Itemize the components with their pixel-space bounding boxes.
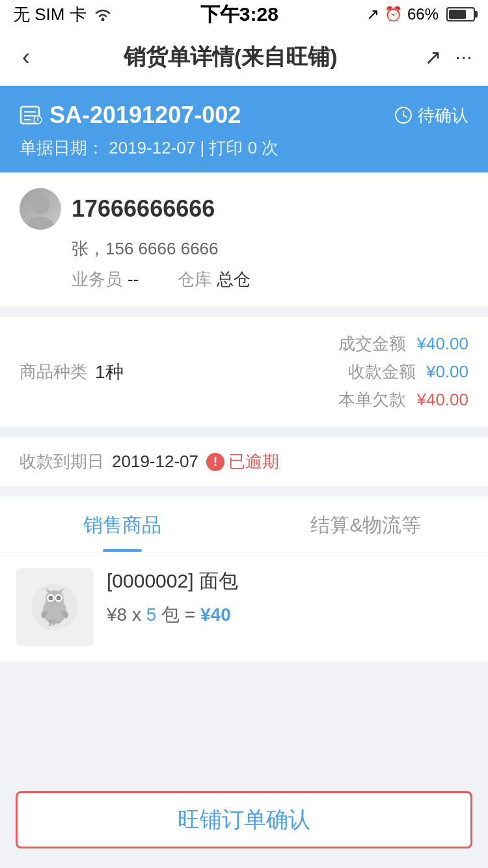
status-time: 下午3:28 [200, 1, 278, 28]
order-status: 待确认 [394, 104, 468, 127]
tabs-row: 销售商品 结算&物流等 [0, 496, 488, 552]
overdue-text: 已逾期 [228, 450, 279, 473]
deal-amount: 成交金额 ¥40.00 [338, 332, 468, 355]
battery-percentage: 66% [407, 5, 439, 23]
customer-phone[interactable]: 17666666666 [72, 195, 215, 223]
product-item: 鲜+ [0000002] 面包 ¥8 x 5 包 = ¥40 [16, 568, 472, 646]
customer-section: 17666666666 张，156 6666 6666 业务员 -- 仓库 总仓 [0, 172, 488, 306]
battery-icon [446, 7, 475, 21]
svg-point-11 [31, 196, 49, 214]
page-title: 销货单详情(来自旺铺) [36, 42, 424, 72]
status-text: 待确认 [418, 104, 468, 127]
product-section: 鲜+ [0000002] 面包 ¥8 x 5 包 = ¥40 [0, 552, 488, 662]
carrier-text: 无 SIM 卡 [13, 3, 87, 26]
svg-point-19 [57, 596, 61, 601]
confirm-order-button[interactable]: 旺铺订单确认 [16, 791, 472, 848]
due-amount: 本单欠款 ¥40.00 [338, 388, 468, 411]
tab-settlement[interactable]: 结算&物流等 [244, 496, 488, 552]
sales-person: 业务员 -- [72, 268, 139, 291]
due-date-section: 收款到期日 2019-12-07 ! 已逾期 [0, 437, 488, 486]
product-info: [0000002] 面包 ¥8 x 5 包 = ¥40 [107, 568, 472, 627]
alarm-icon: ⏰ [385, 6, 402, 23]
back-button[interactable]: ‹ [16, 37, 36, 77]
customer-name: 张，156 6666 6666 [20, 237, 468, 260]
amount-details: 成交金额 ¥40.00 收款金额 ¥0.00 本单欠款 ¥40.00 [338, 332, 468, 411]
order-icon [20, 105, 43, 125]
order-header: SA-20191207-002 待确认 单据日期： 2019-12-07 | 打… [0, 86, 488, 172]
product-thumbnail: 鲜+ [16, 568, 94, 646]
content-area: 鲜+ [0000002] 面包 ¥8 x 5 包 = ¥40 [0, 552, 488, 766]
svg-line-10 [403, 115, 407, 117]
more-button[interactable]: ··· [455, 45, 472, 69]
product-type: 商品种类 1种 [20, 360, 124, 385]
order-date: 单据日期： 2019-12-07 | 打印 0 次 [20, 137, 468, 159]
location-icon: ↗ [366, 5, 379, 23]
share-button[interactable]: ↗ [424, 45, 442, 70]
svg-point-0 [101, 18, 104, 21]
tabs-section: 销售商品 结算&物流等 [0, 496, 488, 552]
tab-sales-products[interactable]: 销售商品 [0, 496, 244, 552]
nav-bar: ‹ 销货单详情(来自旺铺) ↗ ··· [0, 29, 488, 86]
svg-point-7 [37, 117, 38, 118]
nav-right-actions: ↗ ··· [424, 45, 472, 70]
received-amount: 收款金额 ¥0.00 [348, 360, 468, 383]
status-right: ↗ ⏰ 66% [366, 5, 475, 23]
product-price: ¥8 x 5 包 = ¥40 [107, 603, 472, 627]
status-carrier: 无 SIM 卡 [13, 3, 113, 26]
amount-section: 商品种类 1种 成交金额 ¥40.00 收款金额 ¥0.00 本单欠款 ¥40.… [0, 317, 488, 427]
status-bar: 无 SIM 卡 下午3:28 ↗ ⏰ 66% [0, 0, 488, 29]
warehouse: 仓库 总仓 [178, 268, 251, 291]
svg-point-18 [49, 596, 53, 601]
wifi-icon [93, 7, 113, 21]
order-id: SA-20191207-002 [20, 102, 241, 129]
overdue-badge: ! 已逾期 [206, 450, 279, 473]
svg-point-12 [26, 217, 55, 230]
overdue-icon: ! [206, 453, 224, 471]
product-name: [0000002] 面包 [107, 568, 472, 595]
bottom-bar: 旺铺订单确认 [0, 781, 488, 868]
customer-meta: 业务员 -- 仓库 总仓 [20, 268, 468, 291]
avatar [20, 188, 61, 230]
clock-icon [394, 106, 413, 124]
svg-text:鲜+: 鲜+ [48, 618, 61, 627]
